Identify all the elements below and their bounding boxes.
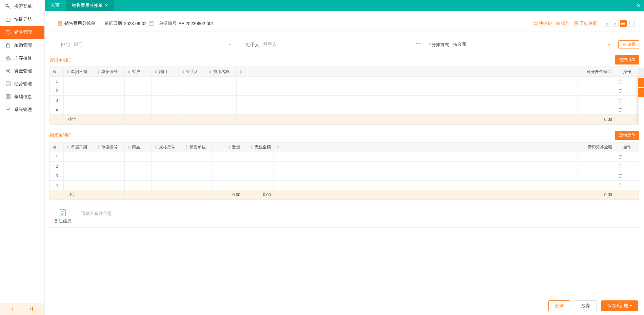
sidebar-item-sales[interactable]: 销售管理 [0,26,44,39]
float-tab-1[interactable] [638,68,644,77]
float-tab-2[interactable] [638,78,644,87]
trash-icon[interactable] [618,183,636,187]
remarks-input[interactable]: 请输入备注信息 [76,205,640,227]
sidebar-label: 搜索菜单 [14,3,32,10]
sidebar-item-purchase[interactable]: 采购管理 [0,39,44,52]
view-card-icon[interactable] [628,20,635,27]
shortcut-link[interactable]: 快捷键 [534,20,552,26]
col-date[interactable]: ▲▼单据日期 [64,143,94,152]
home-icon [5,17,11,22]
table-row[interactable]: 1 [50,152,639,162]
tab-sales-allocation[interactable]: 销售费用分摊单 ✕ [66,0,114,11]
col-dept[interactable]: ▲▼部门 [152,67,179,77]
table-row[interactable]: 4 [50,105,639,115]
gear-dots-icon [5,107,11,112]
note-icon [59,208,67,217]
col-date[interactable]: ▲▼单据日期 [64,67,94,77]
tab-home[interactable]: 首页 [45,0,66,11]
sidebar-item-system[interactable]: 系统管理 [0,103,44,116]
discard-button[interactable]: 放弃 [575,300,597,311]
float-tab-3[interactable] [638,88,644,97]
table-row[interactable]: 4 [50,181,639,190]
sidebar-label: 快捷导航 [14,16,32,22]
dept-label: 部门 [49,42,70,48]
content-scroll[interactable]: 部门 部门 ⌄ 经手人 经手人 ••• *分摊方式 按金额 ⌄ [45,36,644,296]
col-gear[interactable]: ⚙ [50,143,64,152]
trash-icon[interactable] [618,98,636,103]
dept-input[interactable]: 部门 ⌄ [73,40,232,49]
svg-point-9 [12,308,14,310]
warehouse-icon [5,55,11,61]
sidebar-item-funds[interactable]: 资金管理 [0,64,44,77]
col-fee[interactable]: ▲▼费用名称 [206,67,237,77]
trash-icon[interactable] [618,154,636,159]
col-qty[interactable]: ▲▼数量 [213,143,243,152]
col-handler[interactable]: ▲▼经手人 [179,67,206,77]
money-icon [5,68,11,74]
select-sales-button[interactable]: 选销货单 [615,131,639,140]
col-unit[interactable]: ▲▼销售单位 [182,143,213,152]
handler-label: 经手人 [239,42,259,48]
alloc-subtotal: 0.00 [578,190,615,200]
table-row[interactable]: 3 [50,171,639,181]
close-all-tabs[interactable] [632,0,644,11]
col-blank[interactable]: ▲▼ [274,143,578,152]
trash-icon[interactable] [618,89,636,93]
sidebar-item-operation[interactable]: 经营管理 [0,77,44,90]
close-icon[interactable]: ✕ [105,3,108,8]
settings-label: 设置 [627,42,636,48]
handler-placeholder: 经手人 [263,42,277,47]
allocate-button[interactable]: 分摊 [548,300,570,311]
report-icon [5,81,11,87]
document-title-chip: 销售费用分摊单 [54,19,99,28]
remarks-tab[interactable]: 备注信息 [49,205,76,227]
sidebar-item-quicknav[interactable]: 快捷导航 [0,13,44,26]
help-icon[interactable]: ⓘ [608,69,612,74]
settings-gear-icon[interactable] [10,307,15,311]
sales-header-row: ⚙ ▲▼单据日期 ▲▼单据编号 ▲▼商品 ▲▼规格型号 ▲▼销售单位 ▲▼数量 … [50,143,639,152]
col-customer[interactable]: ▲▼客户 [125,67,152,77]
amount-subtotal: 0.00 [243,190,274,200]
grid-icon [556,22,560,25]
col-alloc-amount[interactable]: 可分摊金额 ⓘ [578,67,615,77]
history-label: 历史单据 [579,20,597,26]
prev-record-icon[interactable]: ◄ [604,20,610,27]
select-expense-button[interactable]: 选费用单 [615,55,639,64]
shortcut-label: 快捷键 [539,20,552,26]
trash-icon[interactable] [618,173,636,178]
sidebar-label: 销售管理 [14,29,32,35]
chevron-down-icon: ⌄ [607,41,611,46]
trash-icon[interactable] [618,164,636,168]
col-blank[interactable]: ▲▼ [237,67,578,77]
ops-link[interactable]: 操作 [556,20,570,26]
col-gear[interactable]: ⚙ [50,67,64,77]
settings-button[interactable]: 设置 [618,40,639,49]
save-add-button[interactable]: 保存&新增 ▾ [601,300,638,311]
history-link[interactable]: 历史单据 [574,20,597,26]
date-label: 单据日期 [104,20,122,26]
table-row[interactable]: 1 [50,77,639,86]
col-no[interactable]: ▲▼单据编号 [94,143,125,152]
next-record-icon[interactable]: ► [612,20,619,27]
tab-label: 销售费用分摊单 [72,2,103,8]
collapse-sidebar-icon[interactable] [29,307,34,311]
calendar-icon[interactable] [149,21,154,26]
handler-input[interactable]: 经手人 ••• [262,40,422,49]
col-no[interactable]: ▲▼单据编号 [94,67,125,77]
sidebar-item-inventory[interactable]: 库存核算 [0,52,44,64]
document-title: 销售费用分摊单 [64,20,95,26]
col-alloc[interactable]: 费用分摊金额 [578,143,615,152]
table-row[interactable]: 3 [50,96,639,105]
method-select[interactable]: 按金额 ⌄ [452,40,611,49]
col-product[interactable]: ▲▼商品 [125,143,152,152]
date-value[interactable]: 2023-06-02 [124,21,147,26]
table-row[interactable]: 2 [50,162,639,171]
trash-icon[interactable] [618,108,636,112]
table-row[interactable]: 2 [50,86,639,96]
col-spec[interactable]: ▲▼规格型号 [152,143,182,152]
view-list-icon[interactable] [620,20,627,27]
sidebar-item-basic[interactable]: 基础信息 [0,90,44,103]
trash-icon[interactable] [618,79,636,84]
sidebar-item-search[interactable]: 搜索菜单 [0,0,44,13]
col-amount[interactable]: ▲▼无税金额 [243,143,274,152]
